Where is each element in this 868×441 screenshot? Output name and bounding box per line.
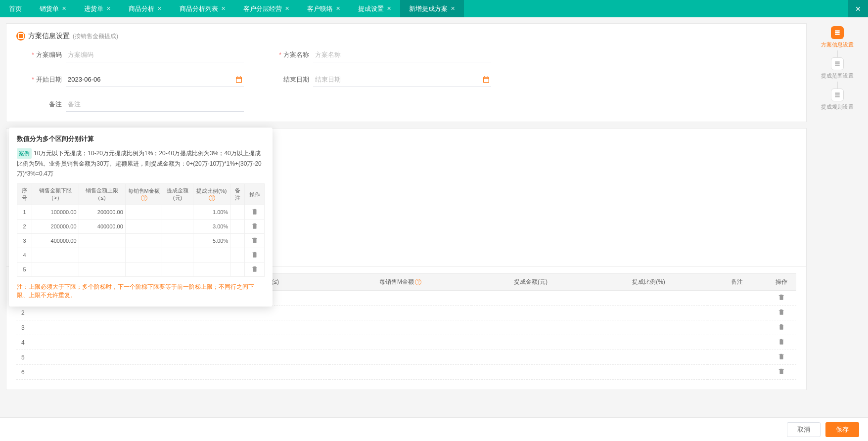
close-icon[interactable]: ✕: [285, 5, 289, 12]
step-item[interactable]: 方案信息设置: [821, 26, 854, 48]
row-idx: 5: [16, 350, 41, 365]
tt-cell: [162, 263, 193, 277]
end-date-input[interactable]: [313, 72, 491, 87]
trash-icon[interactable]: [778, 309, 785, 315]
trash-icon[interactable]: [778, 368, 785, 375]
tt-cell: [125, 248, 162, 263]
table-cell[interactable]: [185, 335, 329, 350]
table-cell[interactable]: [41, 306, 185, 320]
name-input[interactable]: [313, 47, 491, 62]
remark-input[interactable]: [66, 97, 244, 112]
tab-首页[interactable]: 首页: [0, 0, 31, 17]
table-cell[interactable]: [471, 306, 590, 320]
table-cell[interactable]: [590, 320, 707, 335]
trash-icon[interactable]: [251, 251, 258, 258]
tab-销货单[interactable]: 销货单✕: [31, 0, 75, 17]
trash-icon[interactable]: [778, 338, 785, 345]
table-cell[interactable]: [707, 306, 767, 320]
start-date-input[interactable]: [66, 72, 244, 87]
tooltip-table: 序号销售金额下限（>）销售金额上限（≤）每销售M金额?提成金额(元)提成比例(%…: [17, 183, 265, 277]
table-cell[interactable]: [707, 291, 767, 306]
table-cell[interactable]: [329, 365, 471, 380]
tt-cell: [125, 205, 162, 220]
help-icon[interactable]: ?: [209, 195, 215, 201]
trash-icon[interactable]: [778, 353, 785, 360]
table-cell[interactable]: [329, 306, 471, 320]
tt-cell: [230, 205, 245, 220]
tooltip-note: 注：上限必须大于下限；多个阶梯时，下一个阶梯下限要等于前一阶梯上限；不同行之间下…: [17, 283, 265, 300]
tab-商品分析列表[interactable]: 商品分析列表✕: [171, 0, 234, 17]
tab-新增提成方案[interactable]: 新增提成方案✕: [400, 0, 464, 17]
step-icon: [831, 26, 844, 39]
section-icon: [16, 32, 25, 41]
trash-icon[interactable]: [778, 323, 785, 330]
tt-cell: 3.00%: [193, 220, 230, 234]
tt-cell: [230, 220, 245, 234]
tab-商品分析[interactable]: 商品分析✕: [120, 0, 171, 17]
table-cell[interactable]: [590, 350, 707, 365]
table-cell[interactable]: [707, 335, 767, 350]
close-all-tabs[interactable]: ✕: [848, 0, 868, 17]
table-cell[interactable]: [329, 320, 471, 335]
table-cell[interactable]: [185, 320, 329, 335]
close-icon[interactable]: ✕: [106, 5, 111, 12]
section-title: 方案信息设置: [28, 32, 70, 41]
table-cell[interactable]: [41, 320, 185, 335]
trash-icon[interactable]: [251, 222, 258, 229]
table-cell[interactable]: [707, 320, 767, 335]
tab-进货单[interactable]: 进货单✕: [75, 0, 120, 17]
table-cell[interactable]: [471, 335, 590, 350]
table-cell[interactable]: [471, 365, 590, 380]
calendar-icon[interactable]: [235, 76, 243, 84]
close-icon[interactable]: ✕: [157, 5, 162, 12]
step-item[interactable]: 提成范围设置: [821, 57, 854, 80]
close-icon[interactable]: ✕: [387, 5, 391, 12]
tab-客户分层经营[interactable]: 客户分层经营✕: [234, 0, 298, 17]
table-cell[interactable]: [590, 365, 707, 380]
tt-th: 每销售M金额?: [125, 184, 162, 205]
close-icon[interactable]: ✕: [221, 5, 226, 12]
table-cell[interactable]: [471, 320, 590, 335]
step-icon: [831, 57, 844, 70]
table-cell[interactable]: [590, 335, 707, 350]
tt-cell: 400000.00: [32, 234, 79, 248]
close-icon[interactable]: ✕: [451, 5, 455, 12]
trash-icon[interactable]: [251, 237, 258, 244]
table-cell[interactable]: [185, 306, 329, 320]
close-icon[interactable]: ✕: [336, 5, 340, 12]
table-cell[interactable]: [590, 306, 707, 320]
tab-提成设置[interactable]: 提成设置✕: [349, 0, 400, 17]
help-icon[interactable]: ?: [415, 279, 421, 285]
table-cell[interactable]: [41, 335, 185, 350]
code-input[interactable]: [66, 47, 244, 62]
table-cell[interactable]: [707, 350, 767, 365]
table-cell[interactable]: [329, 335, 471, 350]
tt-cell: 1: [17, 205, 32, 220]
tab-客户联络[interactable]: 客户联络✕: [298, 0, 349, 17]
table-cell[interactable]: [185, 365, 329, 380]
tt-row: 1100000.00200000.001.00%: [17, 205, 265, 220]
code-label: *方案编码: [16, 50, 66, 59]
table-cell[interactable]: [185, 350, 329, 365]
table-cell[interactable]: [471, 291, 590, 306]
trash-icon[interactable]: [778, 294, 785, 301]
help-icon[interactable]: ?: [141, 195, 147, 201]
tt-cell: [230, 248, 245, 263]
table-cell[interactable]: [329, 350, 471, 365]
table-cell[interactable]: [41, 350, 185, 365]
plan-info-card: 方案信息设置 (按销售金额提成) *方案编码 *方案名称 *开始日期: [6, 23, 807, 122]
section-subtitle: (按销售金额提成): [73, 32, 118, 41]
table-header: 提成比例(%): [590, 274, 707, 291]
table-cell[interactable]: [707, 365, 767, 380]
table-cell[interactable]: [329, 291, 471, 306]
trash-icon[interactable]: [251, 208, 258, 215]
table-cell[interactable]: [471, 350, 590, 365]
trash-icon[interactable]: [251, 265, 258, 272]
close-icon[interactable]: ✕: [62, 5, 66, 12]
table-cell[interactable]: [590, 291, 707, 306]
step-item[interactable]: 提成规则设置: [821, 88, 854, 111]
tt-cell: 100000.00: [32, 205, 79, 220]
row-idx: 3: [16, 320, 41, 335]
calendar-icon[interactable]: [482, 76, 490, 84]
table-cell[interactable]: [41, 365, 185, 380]
